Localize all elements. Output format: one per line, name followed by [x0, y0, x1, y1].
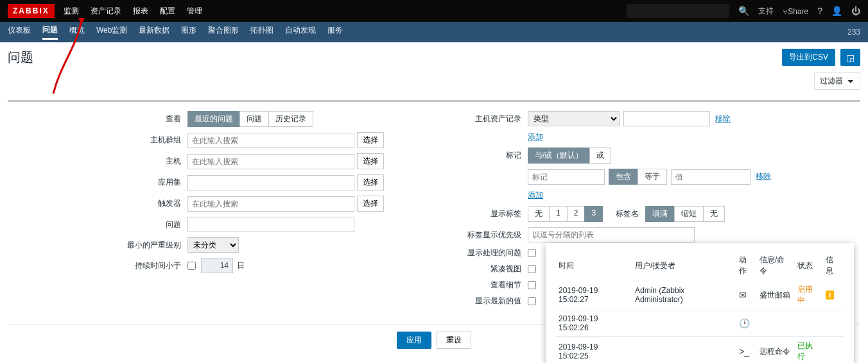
- inventory-type-select[interactable]: 类型: [528, 111, 620, 126]
- subnav-overview[interactable]: 概览: [69, 25, 85, 40]
- subnav-latest[interactable]: 最新数据: [139, 25, 169, 40]
- subnav-discovery[interactable]: 自动发现: [285, 25, 316, 40]
- topnav-monitoring[interactable]: 监测: [64, 6, 79, 17]
- tag-andor-or[interactable]: 或: [589, 148, 611, 164]
- hostgroup-input[interactable]: [187, 133, 354, 148]
- page-header: 问题 导出到CSV ◲: [0, 42, 868, 70]
- pop-th-info: 信息: [823, 251, 844, 280]
- topnav: 监测 资产记录 报表 配置 管理: [64, 6, 202, 17]
- label-trigger: 触发器: [8, 198, 187, 209]
- tagprio-input[interactable]: [528, 227, 695, 242]
- latest-checkbox[interactable]: [528, 297, 536, 305]
- topnav-reports[interactable]: 报表: [133, 6, 148, 17]
- subnav: 仪表板 问题 概览 Web监测 最新数据 图形 聚合图形 拓扑图 自动发现 服务…: [0, 22, 868, 42]
- popup-row: 2019-09-19 15:02:27Admin (Zabbix Adminis…: [556, 280, 844, 310]
- seg-view-history[interactable]: 历史记录: [268, 111, 313, 127]
- pop-time: 2019-09-19 15:02:27: [556, 280, 632, 310]
- topbar: ZABBIX 监测 资产记录 报表 配置 管理 🔍 支持 ⍱Share ? 👤 …: [0, 0, 868, 22]
- tag-andor-and[interactable]: 与/或（默认）: [528, 148, 590, 164]
- label-resolved: 显示处理的问题: [419, 248, 528, 258]
- seg-view-recent[interactable]: 最近的问题: [187, 111, 240, 127]
- app-select[interactable]: 选择: [357, 174, 384, 190]
- subnav-problems[interactable]: 问题: [42, 24, 58, 40]
- compact-checkbox[interactable]: [528, 265, 536, 273]
- trigger-select[interactable]: 选择: [357, 196, 384, 212]
- trigger-input[interactable]: [187, 196, 354, 212]
- power-icon[interactable]: ⏻: [851, 6, 860, 16]
- tagname-full[interactable]: 填满: [645, 206, 675, 222]
- filter-toggle[interactable]: 过滤器 ⏷: [814, 72, 860, 90]
- subnav-screens[interactable]: 聚合图形: [208, 25, 239, 40]
- subnav-dashboard[interactable]: 仪表板: [8, 25, 31, 40]
- label-latest: 显示最新的值: [419, 296, 528, 307]
- tag-remove[interactable]: 移除: [756, 171, 771, 182]
- help-icon[interactable]: ?: [817, 6, 822, 16]
- app-input[interactable]: [187, 175, 354, 190]
- label-tagname: 标签名: [616, 208, 639, 219]
- pop-info: i: [823, 280, 844, 310]
- subnav-services[interactable]: 服务: [327, 25, 343, 40]
- tag-name-input[interactable]: [528, 169, 605, 185]
- reset-button[interactable]: 重设: [437, 332, 471, 349]
- share-link[interactable]: ⍱Share: [783, 6, 808, 16]
- seg-view-problems[interactable]: 问题: [239, 111, 269, 127]
- pop-status: [795, 310, 823, 337]
- pop-msg: [757, 310, 795, 337]
- details-checkbox[interactable]: [528, 281, 536, 289]
- inventory-value-input[interactable]: [623, 111, 710, 126]
- search-input[interactable]: [627, 4, 729, 18]
- filter-icon: ⏷: [847, 77, 855, 86]
- age-checkbox[interactable]: [187, 262, 196, 270]
- topnav-admin[interactable]: 管理: [187, 6, 202, 17]
- label-problem: 问题: [8, 219, 187, 230]
- fullscreen-button[interactable]: ◲: [840, 49, 860, 66]
- tag-value-input[interactable]: [671, 169, 751, 185]
- showtag-1[interactable]: 1: [549, 206, 568, 222]
- topnav-inventory[interactable]: 资产记录: [91, 6, 121, 17]
- hostgroup-select[interactable]: 选择: [357, 132, 384, 148]
- filter-box: 查看 最近的问题 问题 历史记录 主机群组 选择 主机 选择 应用集 选择 触发…: [8, 100, 860, 325]
- topnav-config[interactable]: 配置: [160, 6, 175, 17]
- tagname-none[interactable]: 无: [703, 206, 725, 222]
- apply-button[interactable]: 应用: [397, 332, 431, 349]
- subnav-maps[interactable]: 拓扑图: [250, 25, 273, 40]
- filter-label: 过滤器: [820, 76, 843, 87]
- showtag-2[interactable]: 2: [567, 206, 586, 222]
- logo: ZABBIX: [8, 4, 55, 18]
- tag-add[interactable]: 添加: [528, 190, 543, 201]
- subnav-web[interactable]: Web监测: [96, 25, 127, 40]
- tagname-short[interactable]: 缩短: [674, 206, 704, 222]
- label-details: 查看细节: [419, 280, 528, 291]
- label-inventory: 主机资产记录: [419, 114, 528, 124]
- pop-th-action: 动作: [736, 251, 757, 280]
- pop-user: Admin (Zabbix Administrator): [632, 280, 736, 310]
- host-input[interactable]: [187, 154, 354, 169]
- label-view: 查看: [8, 114, 187, 124]
- search-icon[interactable]: 🔍: [738, 6, 749, 16]
- label-compact: 紧凑视图: [419, 264, 528, 274]
- showtag-3[interactable]: 3: [584, 206, 603, 222]
- tag-op-equals[interactable]: 等于: [638, 169, 667, 185]
- inventory-remove[interactable]: 移除: [715, 114, 731, 124]
- resolved-checkbox[interactable]: [528, 249, 536, 257]
- showtag-none[interactable]: 无: [528, 206, 550, 222]
- page-title: 问题: [8, 49, 33, 66]
- tag-op-contains[interactable]: 包含: [609, 169, 638, 185]
- problem-input[interactable]: [187, 217, 354, 232]
- age-input: [201, 258, 233, 273]
- label-minsev: 最小的严重级别: [8, 240, 187, 251]
- minsev-select[interactable]: 未分类: [187, 237, 239, 253]
- label-hostgroup: 主机群组: [8, 135, 187, 146]
- pop-action-icon: 🕐: [736, 310, 757, 337]
- export-csv-button[interactable]: 导出到CSV: [782, 49, 835, 66]
- inventory-add[interactable]: 添加: [528, 131, 543, 142]
- pop-th-user: 用户/接受者: [632, 251, 736, 280]
- pop-action-icon: ✉: [736, 280, 757, 310]
- action-popup: 时间 用户/接受者 动作 信息/命令 状态 信息 2019-09-19 15:0…: [546, 243, 854, 363]
- subnav-graphs[interactable]: 图形: [181, 25, 196, 40]
- label-showtag: 显示标签: [419, 208, 528, 219]
- host-select[interactable]: 选择: [357, 153, 384, 169]
- user-icon[interactable]: 👤: [831, 6, 842, 16]
- support-link[interactable]: 支持: [758, 5, 774, 17]
- pop-user: [632, 310, 736, 337]
